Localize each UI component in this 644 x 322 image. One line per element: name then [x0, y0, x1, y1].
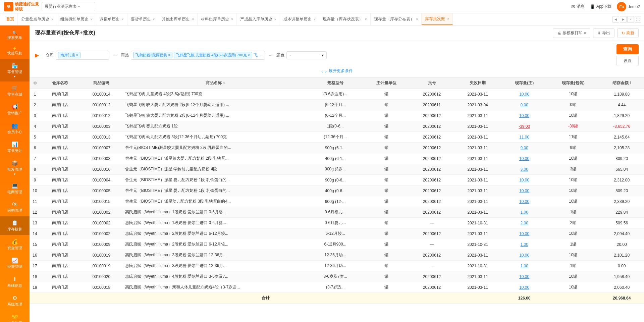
export-icon: ⬇	[597, 31, 601, 36]
query-button[interactable]: 查询	[616, 44, 639, 54]
expand-conditions-button[interactable]: ⌄⌄ 展开更多条件	[321, 68, 353, 74]
row-spec: (6-12个月...	[308, 110, 363, 121]
app-download-button[interactable]: 📱 App下载	[590, 4, 611, 9]
sidebar-item-system[interactable]: ⚙ 系统管理	[0, 291, 30, 310]
tab-chanchengpin[interactable]: 产成品入库单历史 ×	[237, 13, 280, 25]
row-qty-main[interactable]: 10.00	[502, 228, 547, 239]
gear-icon[interactable]: ⚙	[33, 81, 37, 86]
settings-button[interactable]: 设置	[616, 56, 639, 66]
product-more-button[interactable]: ···	[269, 53, 272, 58]
row-name: 舍生元（BIOSTIME）派星 婴儿配方奶粉 1段 乳铁蛋白的...	[123, 175, 308, 185]
tab-cailiao[interactable]: 材料出库单历史 ×	[198, 13, 237, 25]
sidebar-item-inventory[interactable]: 📋 库存核算	[0, 216, 30, 235]
nav-prev-button[interactable]: ◀	[612, 16, 619, 23]
sidebar-item-collab[interactable]: 🤝 企业协同	[0, 310, 30, 322]
info-icon[interactable]: ℹ	[630, 81, 631, 85]
export-button[interactable]: ⬇ 导出	[593, 28, 614, 38]
row-qty-main[interactable]: 3.00	[502, 164, 547, 175]
row-qty-main[interactable]: 10.00	[502, 250, 547, 261]
warehouse-more-button[interactable]: ···	[113, 53, 117, 58]
user-profile[interactable]: Ea demo2	[617, 2, 640, 11]
close-icon[interactable]: ×	[51, 17, 53, 21]
close-icon[interactable]: ×	[314, 17, 316, 21]
row-qty-main[interactable]: 10.00	[502, 110, 547, 121]
row-qty-main[interactable]: 1.00	[502, 239, 547, 250]
close-icon[interactable]: ×	[91, 17, 93, 21]
message-button[interactable]: ✉ 消息	[571, 4, 585, 9]
row-unit: 罐	[363, 89, 411, 100]
sidebar-item-store[interactable]: 🛒 零售商城	[0, 82, 30, 100]
refresh-icon: ↻	[622, 31, 625, 36]
row-expire: 2021-03-11	[453, 282, 502, 293]
sidebar-quick-nav[interactable]: ⚡ 快捷导航	[0, 44, 30, 58]
product-more-label[interactable]: 飞...	[254, 52, 261, 58]
row-expire: 2021-03-11	[453, 228, 502, 239]
row-qty-main[interactable]: 10.00	[502, 89, 547, 100]
col-code: 商品编码	[80, 77, 123, 89]
tab-diaobodanls[interactable]: 调拨单历史 ×	[96, 13, 127, 25]
row-qty-main[interactable]: 10.00	[502, 196, 547, 207]
row-batch: 20200612	[410, 271, 453, 282]
sidebar-search[interactable]: 🔍 搜索英单	[0, 28, 30, 43]
print-button[interactable]: 🖨 按模板打印 ▾	[553, 28, 590, 38]
nav-next-button[interactable]: ▶	[620, 16, 627, 23]
close-icon[interactable]: ×	[416, 17, 418, 21]
row-qty-main[interactable]: -39.00	[502, 121, 547, 132]
row-qty-main[interactable]: 0.00	[502, 100, 547, 110]
tag-close-icon[interactable]: ×	[248, 53, 250, 57]
table-container: ⚙ 仓库名称 商品编码 商品名称 规格型号 主计量单位 批号 失效日期 现存量(…	[30, 77, 644, 322]
row-code: 00100012	[80, 110, 123, 121]
row-qty-main[interactable]: 1.00	[502, 261, 547, 271]
close-icon[interactable]: ×	[122, 17, 124, 21]
tab-chengbentiaoz[interactable]: 成本调整单历史 ×	[280, 13, 319, 25]
sidebar-item-ops[interactable]: 📈 经营管理	[0, 254, 30, 273]
tab-kucunpici[interactable]: 库存批次账 ×	[422, 13, 453, 25]
row-qty-main[interactable]: 9.00	[502, 143, 547, 153]
tab-xiancunfenbu[interactable]: 现存量（库存分布表）×	[371, 13, 422, 25]
sidebar-item-wholesale[interactable]: 📦 批发管理 ▼	[0, 157, 30, 179]
close-icon[interactable]: ×	[192, 17, 194, 21]
sidebar-item-basic[interactable]: ℹ 基础信息	[0, 273, 30, 291]
filter-collapse-button[interactable]: ▶	[35, 52, 39, 58]
sidebar-item-retail[interactable]: 🏪 零售管理 ▼	[0, 59, 30, 82]
sidebar-item-finance[interactable]: 💰 资金管理	[0, 235, 30, 254]
row-qty-main[interactable]: 10.00	[502, 153, 547, 164]
refresh-button[interactable]: ↻ 刷新	[617, 28, 639, 38]
row-amount: 20.00	[599, 239, 644, 250]
row-name: 舍生元（BIOSTIME）派星 婴儿配方奶粉 1段 乳铁蛋白的...	[123, 185, 308, 196]
row-amount: 2,101.20	[599, 250, 644, 261]
sidebar-item-purchase[interactable]: 🛍 采购管理	[0, 198, 30, 216]
nav-fullscreen-button[interactable]: ⛶	[635, 16, 641, 23]
tab-yaohuo[interactable]: 要货单历史 ×	[127, 13, 159, 25]
tab-xiancunzhuang[interactable]: 现存量（库存状况表）×	[319, 13, 371, 25]
sidebar-item-stats[interactable]: 📊 零售统计	[0, 138, 30, 157]
row-code: 00100005	[80, 185, 123, 196]
row-qty-main[interactable]: 2.00	[502, 218, 547, 228]
sidebar-item-member[interactable]: 👥 会员中心	[0, 119, 30, 138]
row-qty-main[interactable]: 10.00	[502, 271, 547, 282]
sidebar-item-ecommerce[interactable]: 💻 电商管理	[0, 179, 30, 198]
color-filter-select[interactable]: - ▾	[286, 51, 327, 59]
row-qty-main[interactable]: 10.00	[502, 175, 547, 185]
row-qty-main[interactable]: 10.00	[502, 185, 547, 196]
row-qty-main[interactable]: 10.00	[502, 282, 547, 293]
tag-close-icon[interactable]: ×	[76, 53, 78, 57]
product-tag-container[interactable]: 飞鹤奶粉3段两提装 × 飞鹤星飞帆 儿童奶粉 4段(3-6岁适用) 700克 ×…	[131, 51, 265, 60]
close-icon[interactable]: ×	[274, 17, 276, 21]
sidebar-item-marketing[interactable]: 📢 营销推广	[0, 100, 30, 119]
tab-zuzhangchaijian[interactable]: 组装拆卸单历史 ×	[57, 13, 96, 25]
tab-fenliangpandian[interactable]: 分量盘点单历史 ×	[18, 13, 57, 25]
workspace-selector[interactable]: 母婴行业演示库表 ▾	[42, 2, 95, 11]
row-qty-main[interactable]: 11.00	[502, 132, 547, 143]
close-icon[interactable]: ×	[231, 17, 233, 21]
nav-close-tab-button[interactable]: ×	[627, 16, 634, 23]
row-qty-main[interactable]: 1.00	[502, 207, 547, 218]
close-icon[interactable]: ×	[153, 17, 155, 21]
tab-qitachuku[interactable]: 其他出库单历史 ×	[158, 13, 198, 25]
row-expire: 2021-03-11	[453, 175, 502, 185]
close-icon[interactable]: ×	[447, 17, 449, 21]
tag-close-icon[interactable]: ×	[168, 53, 170, 57]
close-icon[interactable]: ×	[365, 17, 367, 21]
warehouse-tag-container[interactable]: 南岸门店 ×	[56, 51, 109, 60]
tab-home[interactable]: 首页	[3, 13, 18, 25]
